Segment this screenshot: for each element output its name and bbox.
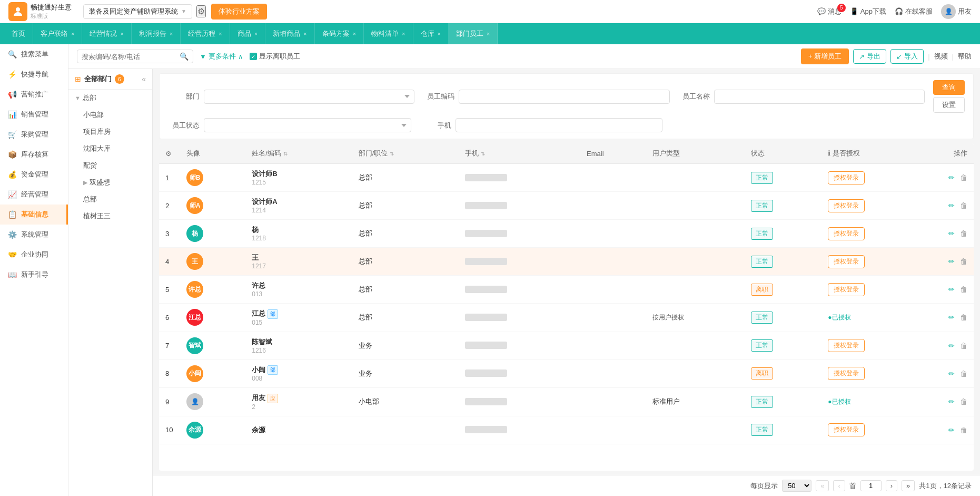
tab-bom[interactable]: 物料清单 ×: [364, 23, 413, 44]
query-button[interactable]: 查询: [933, 80, 965, 95]
tree-item-zhishu[interactable]: 植树王三: [68, 208, 152, 225]
show-leave-checkbox[interactable]: ✓ 显示离职员工: [250, 52, 300, 61]
sort-icon[interactable]: ⇅: [481, 151, 485, 157]
last-page-button[interactable]: »: [902, 480, 915, 491]
auth-login-button[interactable]: 授权登录: [828, 283, 865, 296]
phone-input[interactable]: [456, 118, 663, 132]
sidebar-item-guide[interactable]: 📖 新手引导: [0, 265, 68, 285]
help-link[interactable]: 帮助: [958, 52, 972, 61]
system-title[interactable]: 装备及固定资产辅助管理系统 ▼: [83, 4, 192, 19]
edit-button[interactable]: ✏: [948, 285, 955, 294]
delete-button[interactable]: 🗑: [960, 342, 967, 350]
next-page-button[interactable]: ›: [886, 480, 897, 491]
delete-button[interactable]: 🗑: [960, 369, 967, 378]
auth-login-button[interactable]: 授权登录: [828, 339, 865, 352]
edit-button[interactable]: ✏: [948, 342, 955, 350]
delete-button[interactable]: 🗑: [960, 426, 967, 434]
delete-button[interactable]: 🗑: [960, 257, 967, 266]
sidebar-item-finance[interactable]: 💰 资金管理: [0, 164, 68, 184]
edit-button[interactable]: ✏: [948, 426, 955, 434]
col-dept-header[interactable]: 部门/职位 ⇅: [352, 143, 459, 164]
delete-button[interactable]: 🗑: [960, 285, 967, 294]
close-icon[interactable]: ×: [438, 31, 441, 37]
auth-login-button[interactable]: 授权登录: [828, 367, 865, 380]
sidebar-item-collab[interactable]: 🤝 企业协同: [0, 245, 68, 265]
delete-button[interactable]: 🗑: [960, 313, 967, 322]
tab-barcode[interactable]: 条码方案 ×: [315, 23, 364, 44]
edit-button[interactable]: ✏: [948, 173, 955, 182]
tree-item-xiaodian[interactable]: 小电部: [68, 106, 152, 123]
close-icon[interactable]: ×: [353, 31, 356, 37]
tab-customer[interactable]: 客户联络 ×: [33, 23, 82, 44]
edit-button[interactable]: ✏: [948, 313, 955, 322]
auth-login-button[interactable]: 授权登录: [828, 227, 865, 240]
sidebar-item-system[interactable]: ⚙️ 系统管理: [0, 225, 68, 245]
tree-item-xiangmu[interactable]: 项目库房: [68, 123, 152, 140]
sort-icon[interactable]: ⇅: [283, 151, 288, 157]
edit-button[interactable]: ✏: [948, 257, 955, 266]
auth-login-button[interactable]: 授权登录: [828, 423, 865, 436]
tab-goods[interactable]: 商品 ×: [230, 23, 265, 44]
sidebar-item-basic[interactable]: 📋 基础信息: [0, 205, 68, 225]
tab-history[interactable]: 经营历程 ×: [181, 23, 230, 44]
sort-icon[interactable]: ⇅: [390, 151, 394, 157]
edit-button[interactable]: ✏: [948, 229, 955, 238]
close-icon[interactable]: ×: [170, 31, 173, 37]
close-icon[interactable]: ×: [487, 31, 490, 37]
auth-login-button[interactable]: 授权登录: [828, 255, 865, 268]
tab-home[interactable]: 首页: [4, 23, 33, 44]
col-settings-header[interactable]: ⚙: [159, 143, 180, 164]
close-icon[interactable]: ×: [219, 31, 222, 37]
close-icon[interactable]: ×: [120, 31, 123, 37]
sidebar-item-quick[interactable]: ⚡ 快捷导航: [0, 64, 68, 84]
status-select[interactable]: [204, 118, 411, 132]
dept-select[interactable]: [204, 90, 414, 104]
tab-add-goods[interactable]: 新增商品 ×: [265, 23, 314, 44]
video-link[interactable]: 视频: [934, 52, 948, 61]
tab-business[interactable]: 经营情况 ×: [82, 23, 131, 44]
trial-button[interactable]: 体验行业方案: [211, 4, 267, 20]
collapse-tree-button[interactable]: «: [142, 75, 146, 83]
app-download-btn[interactable]: 📱 App下载: [850, 7, 886, 16]
tab-dept-staff[interactable]: 部门员工 ×: [449, 23, 498, 44]
close-icon[interactable]: ×: [303, 31, 306, 37]
delete-button[interactable]: 🗑: [960, 201, 967, 210]
user-menu-btn[interactable]: 👤 用友: [941, 4, 972, 19]
setting-button[interactable]: 设置: [933, 97, 965, 113]
first-page-button[interactable]: «: [816, 480, 829, 491]
sidebar-item-inventory[interactable]: 📦 库存核算: [0, 144, 68, 164]
edit-button[interactable]: ✏: [948, 201, 955, 210]
emp-name-input[interactable]: [714, 90, 925, 104]
col-phone-header[interactable]: 手机 ⇅: [459, 143, 580, 164]
emp-code-input[interactable]: [459, 90, 669, 104]
delete-button[interactable]: 🗑: [960, 397, 967, 406]
tab-profit[interactable]: 利润报告 ×: [132, 23, 181, 44]
sidebar-item-sales[interactable]: 📊 销售管理: [0, 104, 68, 124]
delete-button[interactable]: 🗑: [960, 173, 967, 182]
tree-item-zongbu-parent[interactable]: ▼ 总部: [68, 90, 152, 106]
search-input[interactable]: [82, 53, 176, 61]
tree-item-shuangsheng[interactable]: ▶ 双盛想: [68, 174, 152, 191]
auth-login-button[interactable]: 授权登录: [828, 199, 865, 212]
auth-login-button[interactable]: 授权登录: [828, 171, 865, 184]
sidebar-item-search[interactable]: 🔍 搜索菜单: [0, 44, 68, 64]
page-size-select[interactable]: 50 100 200: [782, 480, 811, 492]
tree-item-peihuo[interactable]: 配货: [68, 157, 152, 174]
online-service-btn[interactable]: 🎧 在线客服: [895, 7, 933, 16]
page-number-input[interactable]: [860, 480, 882, 491]
close-icon[interactable]: ×: [254, 31, 258, 37]
search-box[interactable]: 🔍: [77, 50, 193, 63]
message-btn[interactable]: 💬 消息 5: [817, 7, 842, 16]
settings-icon[interactable]: ⚙: [196, 5, 206, 17]
edit-button[interactable]: ✏: [948, 397, 955, 406]
edit-button[interactable]: ✏: [948, 369, 955, 378]
close-icon[interactable]: ×: [71, 31, 74, 37]
tree-item-zongbu[interactable]: 总部: [68, 191, 152, 208]
tree-item-shenyang[interactable]: 沈阳大库: [68, 140, 152, 157]
tab-warehouse[interactable]: 仓库 ×: [413, 23, 449, 44]
close-icon[interactable]: ×: [402, 31, 405, 37]
sidebar-item-purchase[interactable]: 🛒 采购管理: [0, 124, 68, 144]
col-name-header[interactable]: 姓名/编码 ⇅: [245, 143, 352, 164]
add-employee-button[interactable]: + 新增员工: [801, 48, 849, 64]
export-button[interactable]: ↗ 导出: [853, 49, 886, 64]
